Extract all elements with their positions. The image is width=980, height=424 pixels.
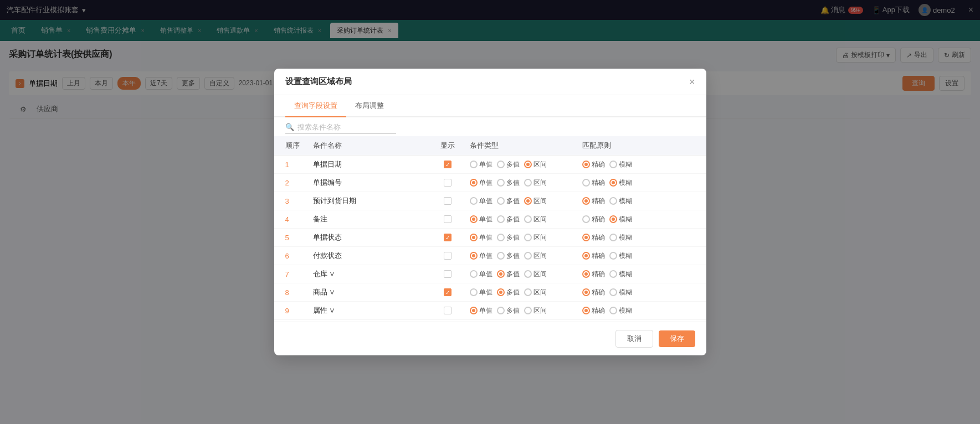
type-radio-区间[interactable] [524, 161, 532, 168]
row-match: 精确模糊 [582, 215, 695, 224]
match-radio-模糊[interactable] [609, 252, 617, 260]
match-radio-精确[interactable] [582, 179, 590, 187]
match-radio-模糊[interactable] [609, 161, 617, 168]
row-show[interactable] [425, 161, 470, 168]
match-radio-模糊[interactable] [609, 179, 617, 187]
type-radio-单值[interactable] [470, 234, 478, 241]
tab-query-fields[interactable]: 查询字段设置 [285, 95, 346, 117]
show-checkbox[interactable] [444, 161, 451, 168]
row-name: 单据日期 [313, 159, 425, 169]
match-radio-模糊[interactable] [609, 307, 617, 314]
dialog-footer: 取消 保存 [274, 322, 706, 355]
row-show[interactable] [425, 215, 470, 223]
dialog-table-body: 1单据日期单值多值区间精确模糊2单据编号单值多值区间精确模糊3预计到货日期单值多… [274, 156, 706, 322]
dialog-header: 设置查询区域布局 × [274, 69, 706, 95]
row-order: 9 [285, 307, 313, 315]
row-type: 单值多值区间 [470, 288, 582, 297]
type-radio-多值[interactable] [497, 252, 505, 260]
match-radio-精确[interactable] [582, 215, 590, 223]
match-radio-模糊[interactable] [609, 197, 617, 205]
row-show[interactable] [425, 197, 470, 205]
type-radio-区间[interactable] [524, 252, 532, 260]
col-type-header: 条件类型 [470, 141, 582, 151]
show-checkbox[interactable] [444, 307, 451, 314]
row-type: 单值多值区间 [470, 178, 582, 188]
row-order: 1 [285, 161, 313, 169]
row-match: 精确模糊 [582, 160, 695, 169]
show-checkbox[interactable] [444, 270, 451, 278]
match-radio-精确[interactable] [582, 307, 590, 314]
row-type: 单值多值区间 [470, 251, 582, 261]
row-show[interactable] [425, 307, 470, 314]
match-radio-精确[interactable] [582, 234, 590, 241]
type-radio-单值[interactable] [470, 307, 478, 314]
show-checkbox[interactable] [444, 179, 451, 187]
type-radio-多值[interactable] [497, 161, 505, 168]
match-radio-精确[interactable] [582, 270, 590, 278]
row-type: 单值多值区间 [470, 306, 582, 316]
type-radio-单值[interactable] [470, 270, 478, 278]
dialog-table-row: 6付款状态单值多值区间精确模糊 [274, 247, 706, 265]
match-radio-模糊[interactable] [609, 288, 617, 296]
show-checkbox[interactable] [444, 215, 451, 223]
match-radio-模糊[interactable] [609, 270, 617, 278]
cancel-button[interactable]: 取消 [615, 330, 653, 348]
tab-layout[interactable]: 布局调整 [346, 95, 393, 117]
type-radio-单值[interactable] [470, 197, 478, 205]
match-radio-模糊[interactable] [609, 234, 617, 241]
type-radio-单值[interactable] [470, 288, 478, 296]
dialog-table-header: 顺序 条件名称 显示 条件类型 匹配原则 [274, 136, 706, 156]
type-radio-区间[interactable] [524, 179, 532, 187]
type-radio-区间[interactable] [524, 215, 532, 223]
row-show[interactable] [425, 252, 470, 260]
row-show[interactable] [425, 288, 470, 296]
row-show[interactable] [425, 270, 470, 278]
row-type: 单值多值区间 [470, 270, 582, 279]
type-radio-多值[interactable] [497, 179, 505, 187]
row-order: 8 [285, 288, 313, 297]
type-radio-多值[interactable] [497, 234, 505, 241]
row-name: 付款状态 [313, 251, 425, 261]
search-input[interactable] [297, 123, 386, 131]
col-show-header: 显示 [425, 141, 470, 151]
type-radio-多值[interactable] [497, 215, 505, 223]
type-radio-多值[interactable] [497, 197, 505, 205]
type-radio-多值[interactable] [497, 270, 505, 278]
dialog-table-row: 8商品 ∨单值多值区间精确模糊 [274, 283, 706, 302]
row-show[interactable] [425, 234, 470, 241]
type-radio-区间[interactable] [524, 197, 532, 205]
type-radio-区间[interactable] [524, 307, 532, 314]
row-show[interactable] [425, 179, 470, 187]
show-checkbox[interactable] [444, 197, 451, 205]
match-radio-精确[interactable] [582, 161, 590, 168]
dialog-search-area: 🔍 [274, 117, 706, 136]
show-checkbox[interactable] [444, 252, 451, 260]
row-match: 精确模糊 [582, 178, 695, 188]
row-name: 属性 ∨ [313, 306, 425, 316]
match-radio-精确[interactable] [582, 288, 590, 296]
type-radio-区间[interactable] [524, 270, 532, 278]
type-radio-单值[interactable] [470, 252, 478, 260]
dialog-table-row: 7仓库 ∨单值多值区间精确模糊 [274, 265, 706, 283]
type-radio-单值[interactable] [470, 179, 478, 187]
row-name: 仓库 ∨ [313, 269, 425, 279]
type-radio-单值[interactable] [470, 161, 478, 168]
save-button[interactable]: 保存 [659, 330, 695, 347]
type-radio-单值[interactable] [470, 215, 478, 223]
row-name: 预计到货日期 [313, 196, 425, 206]
type-radio-区间[interactable] [524, 288, 532, 296]
match-radio-精确[interactable] [582, 252, 590, 260]
row-order: 3 [285, 197, 313, 205]
row-match: 精确模糊 [582, 270, 695, 279]
dialog-table-row: 2单据编号单值多值区间精确模糊 [274, 174, 706, 192]
show-checkbox[interactable] [444, 234, 451, 241]
type-radio-多值[interactable] [497, 288, 505, 296]
show-checkbox[interactable] [444, 288, 451, 296]
match-radio-精确[interactable] [582, 197, 590, 205]
col-match-header: 匹配原则 [582, 141, 695, 151]
dialog-tabs: 查询字段设置 布局调整 [274, 95, 706, 117]
match-radio-模糊[interactable] [609, 215, 617, 223]
type-radio-区间[interactable] [524, 234, 532, 241]
type-radio-多值[interactable] [497, 307, 505, 314]
dialog-close-button[interactable]: × [689, 77, 695, 87]
